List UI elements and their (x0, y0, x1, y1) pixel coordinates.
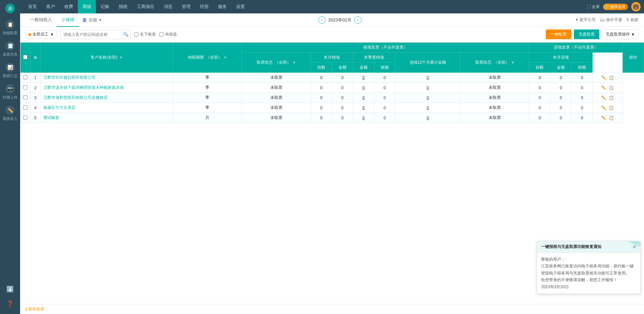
sidebar-item-issue-invoice[interactable]: 🧾 发票开具 (0, 38, 20, 60)
sidebar-download-btn[interactable]: ⬇️ (3, 282, 17, 296)
search-button[interactable]: 🔍 (121, 30, 130, 39)
row-edit-icon[interactable]: ✏️ (601, 85, 606, 90)
wupan-ops-btn[interactable]: 无盘取票操作 ▼ (602, 29, 639, 39)
purchase-status-filter-icon[interactable]: ▼ (511, 61, 515, 64)
nav-bookkeeping[interactable]: 记账 (96, 0, 114, 13)
th-purchase-m-fenshu: 份数 (529, 63, 550, 73)
sale-status-filter-icon[interactable]: ▼ (292, 61, 296, 64)
row-actions: ✏️ 📋 (593, 103, 623, 113)
period-nav: ‹ 2023年02月 › (318, 16, 362, 24)
checkbox-youyupan-label[interactable]: 有税盘 (159, 32, 177, 37)
row-purchase-m-shuie: 0 (572, 113, 593, 123)
nav-customer[interactable]: 客户 (42, 0, 60, 13)
tab-all[interactable]: 🏦 全能 ▼ (79, 13, 105, 27)
tab-general[interactable]: 一般纳税人 (25, 13, 57, 27)
notif-content-text: 尊敬的用户：江苏政务网已恢复访问电子税务局功能，易代账一键登陆电子税务局与无盘取… (541, 256, 636, 290)
row-customer[interactable]: 卫辉市保和堂医药有限公司走辙路店 (41, 93, 173, 103)
row-detail-icon[interactable]: 📋 (609, 106, 614, 110)
row-detail-icon[interactable]: 📋 (609, 75, 614, 80)
nav-right: ⛶ 全屏 ▷ 畅享会员 🐻 (587, 2, 641, 11)
row-purchase-m-fenshu: 0 (529, 113, 550, 123)
table-row: 5 测试账套 月 未取票 0 0 0 0 0 未取票 0 0 0 ✏️ 📋 (20, 113, 644, 123)
yijian-btn[interactable]: 一键取票 (546, 29, 571, 39)
row-detail-icon[interactable]: 📋 (609, 96, 614, 100)
tax-policy-link[interactable]: 税务政策 (28, 306, 44, 312)
row-customer[interactable]: 新建区方方文具店 (41, 103, 173, 113)
operation-manual-btn[interactable]: 📖 操作手册 (600, 17, 622, 23)
notif-close-btn[interactable]: ✕ (632, 244, 636, 250)
select-all-checkbox[interactable] (23, 55, 28, 59)
row-sale-m-fenshu: 0 (311, 83, 332, 93)
row-detail-icon[interactable]: 📋 (609, 85, 614, 90)
row-edit-icon[interactable]: ✏️ (601, 75, 606, 80)
row-sale-s-shuie: 0 (374, 103, 395, 113)
tab-small[interactable]: 小规模 (57, 13, 79, 27)
th-sale-s-jine: 金额 (353, 63, 374, 73)
row-purchase-m-jine: 0 (550, 103, 572, 113)
row-sale-s-jine: 0 (353, 113, 374, 123)
refresh-btn[interactable]: ↻ 刷新 (626, 17, 639, 23)
th-purchase-month: 本月进项 (529, 53, 593, 63)
row-customer[interactable]: 测试账套 (41, 113, 173, 123)
employee-select[interactable]: 全部员工 ▼ (25, 30, 57, 39)
tax-period-filter-icon[interactable]: ▼ (224, 56, 227, 59)
new-guide-btn[interactable]: ✦ 新手引导 (575, 17, 596, 23)
sidebar-item-smart-fetch[interactable]: 📋 智能取票 (0, 17, 20, 38)
row-checkbox[interactable] (23, 75, 28, 79)
th-sale-group: 销项发票（不合作废票） (242, 43, 529, 53)
checkbox-mingxia-label[interactable]: 名下账套 (134, 32, 156, 37)
notif-header: 一键报税与无盘取票功能恢复通知 ✕ (537, 241, 640, 253)
row-customer[interactable]: 卫辉市玖玖健合医药有限公司 (41, 73, 173, 83)
row-checkbox[interactable] (23, 115, 28, 120)
nav-tax[interactable]: 报税 (114, 0, 132, 13)
user-avatar[interactable]: 🐻 (631, 2, 641, 11)
search-input[interactable] (61, 31, 121, 38)
row-edit-icon[interactable]: ✏️ (601, 116, 606, 120)
th-checkbox (20, 43, 31, 73)
nav-message[interactable]: 消息 (159, 0, 177, 13)
th-setting: ⚙ (31, 43, 41, 73)
row-sale-12m: 0 (395, 73, 460, 83)
period-next-btn[interactable]: › (354, 16, 362, 24)
wupan-btn[interactable]: 无盘取票 (574, 29, 599, 39)
nav-biz[interactable]: 工商项目 (132, 0, 159, 13)
row-sale-status: 未取票 (242, 93, 311, 103)
row-tax-period: 季 (173, 73, 242, 83)
row-checkbox-cell (20, 103, 31, 113)
row-edit-icon[interactable]: ✏️ (601, 106, 606, 110)
search-box: 🔍 (60, 30, 131, 39)
sidebar-item-scan-upload[interactable]: 📷 扫描上传 (0, 81, 20, 103)
row-purchase-m-fenshu: 0 (529, 93, 550, 103)
sidebar-item-invoice-summary[interactable]: 📊 票据汇总 (0, 60, 20, 81)
row-checkbox[interactable] (23, 85, 28, 89)
table-row: 2 卫辉市汲水镇下园润睿閤营苗木种植家庭农场 季 未取票 0 0 0 0 0 未… (20, 83, 644, 93)
checkbox-mingxia[interactable] (134, 32, 139, 37)
sidebar-help-btn[interactable]: ❓ (3, 297, 17, 311)
row-edit-icon[interactable]: ✏️ (601, 96, 606, 100)
smart-fetch-icon: 📋 (5, 20, 15, 29)
row-sale-s-shuie: 0 (374, 73, 395, 83)
row-checkbox[interactable] (23, 105, 28, 110)
checkbox-youyupan[interactable] (159, 32, 164, 37)
nav-home[interactable]: 首页 (23, 0, 42, 13)
period-prev-btn[interactable]: ‹ (318, 16, 326, 24)
sidebar: 易 📋 智能取票 🧾 发票开具 📊 票据汇总 📷 扫描上传 ✏️ 票据录入 ⬇️… (0, 0, 20, 314)
nav-finance[interactable]: 经营 (195, 0, 213, 13)
row-customer[interactable]: 卫辉市汲水镇下园润睿閤营苗木种植家庭农场 (41, 83, 173, 93)
row-actions: ✏️ 📋 (593, 73, 623, 83)
th-actions: 操作 (623, 43, 644, 73)
row-sale-m-fenshu: 0 (311, 93, 332, 103)
row-detail-icon[interactable]: 📋 (609, 116, 614, 120)
nav-admin[interactable]: 管理 (177, 0, 195, 13)
row-checkbox[interactable] (23, 95, 28, 100)
nav-invoice[interactable]: 票据 (78, 0, 96, 13)
nav-collection[interactable]: 收费 (60, 0, 78, 13)
nav-service[interactable]: 服务 (213, 0, 231, 13)
fullscreen-btn[interactable]: ⛶ 全屏 (587, 4, 600, 10)
nav-settings[interactable]: 设置 (231, 0, 250, 13)
row-tax-period: 月 (173, 113, 242, 123)
row-purchase-status: 未取票 (460, 73, 529, 83)
customer-filter-icon[interactable]: ▼ (119, 56, 122, 59)
vip-button[interactable]: ▷ 畅享会员 (603, 4, 628, 10)
sidebar-item-invoice-entry[interactable]: ✏️ 票据录入 (0, 103, 20, 124)
